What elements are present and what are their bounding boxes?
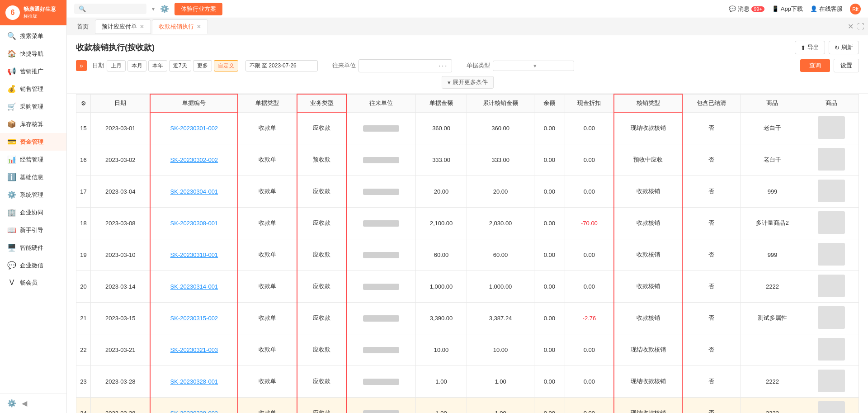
tab-home[interactable]: 首页: [71, 23, 95, 31]
app-download-item[interactable]: 📱 App下载: [772, 5, 803, 13]
cell-total-amount: 1,000.00: [467, 271, 534, 302]
topbar-search-wrap: 🔍: [74, 4, 146, 14]
doc-no-link[interactable]: SK-20230304-001: [170, 188, 218, 195]
date-filter-btns: 上月 本月 本年 近7天 更多 自定义: [107, 60, 238, 71]
table-row: 15 2023-03-01 SK-20230301-002 收款单 应收款 36…: [76, 112, 859, 144]
refresh-button[interactable]: ↻ 刷新: [829, 41, 859, 54]
col-doc-no[interactable]: 单据编号: [150, 94, 238, 112]
sidebar-item-wechat[interactable]: 💬企业微信: [0, 256, 66, 274]
topbar-chevron-icon[interactable]: ▾: [152, 6, 155, 12]
sidebar-item-operation[interactable]: 📊经营管理: [0, 151, 66, 168]
page-content: 收款核销执行(按收款) ⬆ 导出 ↻ 刷新 » 日期: [67, 35, 868, 413]
col-write-off-type[interactable]: 核销类型: [614, 94, 682, 112]
tab-maximize-btn[interactable]: ⛶: [857, 22, 864, 31]
date-btn-this-year[interactable]: 本年: [148, 60, 167, 71]
collapse-icon[interactable]: ◀: [22, 399, 27, 408]
sidebar-item-inventory[interactable]: 📦库存核算: [0, 115, 66, 133]
settings-icon[interactable]: ⚙️: [7, 399, 16, 408]
cell-partner: [346, 366, 415, 397]
export-button[interactable]: ⬆ 导出: [795, 41, 825, 54]
cell-product1: 老白干: [741, 144, 804, 176]
user-item[interactable]: Rit: [850, 4, 861, 14]
message-item[interactable]: 💬 消息 99+: [729, 5, 764, 13]
doc-no-link[interactable]: SK-20230328-002: [170, 410, 218, 413]
col-total-amount[interactable]: 累计核销金额: [467, 94, 534, 112]
cell-no: 22: [76, 334, 91, 366]
sidebar-item-enterprise[interactable]: 🏢企业协同: [0, 204, 66, 221]
col-settings[interactable]: ⚙: [76, 94, 91, 112]
query-button[interactable]: 查询: [800, 59, 830, 72]
cell-date: 2023-03-21: [91, 334, 151, 366]
partner-input[interactable]: [363, 62, 439, 69]
solution-button[interactable]: 体验行业方案: [175, 3, 222, 15]
sidebar-item-member[interactable]: V畅会员: [0, 274, 66, 291]
cell-discount: 0.00: [565, 271, 614, 302]
topbar-gear-icon[interactable]: ⚙️: [160, 5, 169, 13]
cell-no: 18: [76, 207, 91, 239]
sidebar-bottom: ⚙️ ◀: [0, 393, 66, 413]
sidebar-item-guide[interactable]: 📖新手引导: [0, 221, 66, 239]
cell-total-amount: 1.00: [467, 397, 534, 413]
doc-no-link[interactable]: SK-20230328-001: [170, 378, 218, 385]
filter-collapse-btn[interactable]: »: [76, 60, 87, 71]
tab-prepay-label: 预计应应付单: [102, 23, 137, 31]
doc-no-link[interactable]: SK-20230301-002: [170, 125, 218, 132]
sidebar-item-system[interactable]: ⚙️系统管理: [0, 186, 66, 204]
partner-filter-label: 往来单位: [332, 62, 356, 70]
date-btn-this-month[interactable]: 本月: [127, 60, 146, 71]
date-btn-7days[interactable]: 近7天: [169, 60, 191, 71]
sidebar-item-marketing[interactable]: 📢营销推广: [0, 62, 66, 80]
date-btn-custom[interactable]: 自定义: [214, 60, 238, 71]
sidebar-item-hardware[interactable]: 🖥️智能硬件: [0, 239, 66, 256]
tab-prepay[interactable]: 预计应应付单 ✕: [95, 19, 151, 34]
col-amount[interactable]: 单据金额: [416, 94, 467, 112]
col-biz-type[interactable]: 业务类型: [297, 94, 347, 112]
sidebar-label-wechat: 企业微信: [20, 261, 43, 270]
col-product1[interactable]: 商品: [741, 94, 804, 112]
sidebar-item-basic[interactable]: ℹ️基础信息: [0, 168, 66, 186]
expand-conditions-btn[interactable]: ▾ 展开更多条件: [442, 76, 494, 89]
col-balance[interactable]: 余额: [534, 94, 565, 112]
doc-no-link[interactable]: SK-20230302-002: [170, 157, 218, 163]
doc-no-link[interactable]: SK-20230315-002: [170, 315, 218, 322]
date-filter-label: 日期: [92, 62, 104, 70]
partner-ellipsis[interactable]: ···: [439, 61, 448, 71]
sidebar-label-inventory: 库存核算: [20, 120, 43, 128]
sidebar-item-finance[interactable]: 💳资金管理: [0, 133, 66, 151]
col-included[interactable]: 包含已结清: [682, 94, 741, 112]
date-range-input[interactable]: 不限 至 2023-07-26: [245, 60, 318, 71]
filter-doctype-item: 单据类型 ▾: [467, 61, 574, 71]
doctype-select[interactable]: ▾: [493, 61, 574, 71]
col-product2[interactable]: 商品: [804, 94, 859, 112]
doc-no-link[interactable]: SK-20230321-003: [170, 347, 218, 353]
doctype-select-arrow: ▾: [533, 62, 570, 69]
col-doc-type[interactable]: 单据类型: [238, 94, 297, 112]
date-btn-last-month[interactable]: 上月: [107, 60, 126, 71]
tabs-right-actions: ✕ ⛶: [848, 22, 864, 31]
cell-discount: 0.00: [565, 334, 614, 366]
partner-input-wrap[interactable]: ···: [359, 59, 452, 72]
tab-close-window-btn[interactable]: ✕: [848, 22, 854, 31]
tab-prepay-close[interactable]: ✕: [140, 24, 144, 30]
logo-text: 畅康通好生意: [24, 6, 56, 13]
doc-no-link[interactable]: SK-20230308-001: [170, 220, 218, 227]
topbar-search-input[interactable]: [89, 5, 134, 12]
tab-collection[interactable]: 收款核销执行 ✕: [152, 19, 208, 34]
cell-product2: [804, 334, 859, 366]
cell-total-amount: 10.00: [467, 334, 534, 366]
sidebar-item-purchase[interactable]: 🛒采购管理: [0, 98, 66, 115]
service-item[interactable]: 👤 在线客服: [810, 5, 843, 13]
date-btn-more[interactable]: 更多: [193, 60, 212, 71]
col-discount[interactable]: 现金折扣: [565, 94, 614, 112]
sidebar-item-quick[interactable]: 🏠快捷导航: [0, 45, 66, 62]
doc-no-link[interactable]: SK-20230310-001: [170, 252, 218, 258]
cell-included: 否: [682, 207, 741, 239]
sidebar-item-search[interactable]: 🔍搜索菜单: [0, 27, 66, 45]
col-date[interactable]: 日期: [91, 94, 151, 112]
setting-button[interactable]: 设置: [834, 59, 859, 72]
sidebar-item-sales[interactable]: 💰销售管理: [0, 80, 66, 98]
doc-no-link[interactable]: SK-20230314-001: [170, 283, 218, 290]
col-partner[interactable]: 往来单位: [346, 94, 415, 112]
tab-collection-close[interactable]: ✕: [197, 24, 201, 30]
table-row: 20 2023-03-14 SK-20230314-001 收款单 应收款 1,…: [76, 271, 859, 302]
